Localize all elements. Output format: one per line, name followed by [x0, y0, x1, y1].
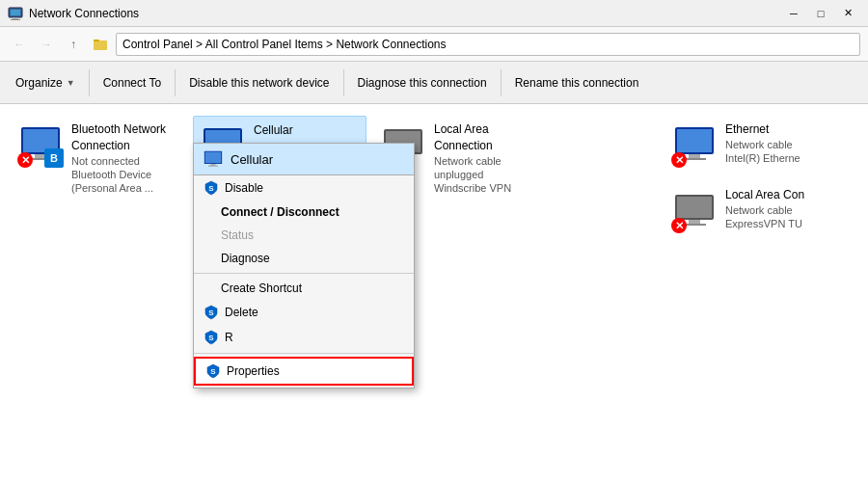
forward-button[interactable]: →: [35, 33, 58, 56]
ctx-delete-label: Delete: [225, 306, 258, 319]
up-button[interactable]: ↑: [62, 33, 85, 56]
address-input[interactable]: [116, 33, 860, 56]
rename-button[interactable]: Rename this connection: [503, 66, 651, 100]
ctx-status-label: Status: [221, 228, 254, 242]
delete-shield-icon: S: [203, 305, 219, 320]
title-bar-icon: [8, 6, 23, 21]
svg-rect-2: [13, 17, 18, 19]
local-area-status-1: Network cable unplugged: [434, 154, 542, 182]
ethernet-error-badge: ✕: [671, 152, 687, 168]
ctx-separator-2: [194, 353, 414, 354]
context-menu-header-text: Cellular: [231, 152, 273, 167]
bluetooth-icon-wrap: ✕ B: [17, 121, 64, 168]
content-area: ✕ B Bluetooth Network Connection Not con…: [0, 104, 868, 482]
main-area: ✕ B Bluetooth Network Connection Not con…: [0, 104, 868, 482]
svg-text:S: S: [210, 367, 216, 376]
disable-shield-icon: S: [203, 180, 219, 196]
svg-rect-20: [689, 154, 700, 158]
cellular-network-name: Cellular: [254, 122, 360, 139]
organize-label: Organize: [15, 76, 63, 90]
maximize-button[interactable]: □: [808, 4, 833, 23]
bluetooth-network-info: Bluetooth Network Connection Not connect…: [71, 121, 179, 195]
ctx-item-properties[interactable]: S Properties: [194, 357, 414, 386]
toolbar-separator-3: [343, 69, 344, 96]
ctx-item-disable[interactable]: S Disable: [194, 175, 414, 201]
disable-device-label: Disable this network device: [189, 76, 329, 90]
local-area-network-name: Local Area Connection: [434, 121, 542, 154]
address-bar: ← → ↑: [0, 27, 868, 62]
folder-icon: [93, 37, 108, 52]
diagnose-button[interactable]: Diagnose this connection: [346, 66, 499, 100]
local-area-network-info: Local Area Connection Network cable unpl…: [434, 121, 542, 195]
title-bar-title: Network Connections: [29, 7, 139, 20]
local-area-2-network-name: Local Area Con: [725, 187, 853, 203]
toolbar-separator-1: [89, 69, 90, 96]
svg-rect-29: [208, 166, 218, 167]
bluetooth-error-badge: ✕: [17, 152, 33, 168]
svg-text:S: S: [208, 184, 214, 193]
local-area-2-status-2: ExpressVPN TU: [725, 217, 853, 230]
ctx-create-shortcut-label: Create Shortcut: [221, 281, 302, 295]
ctx-item-status: Status: [194, 224, 414, 247]
organize-arrow: ▼: [67, 78, 75, 88]
svg-rect-5: [94, 40, 99, 41]
ethernet-network-name: Ethernet: [725, 121, 853, 138]
ethernet-icon-wrap: ✕: [671, 121, 718, 168]
local-area-2-error-badge: ✕: [671, 218, 687, 233]
network-grid: ✕ B Bluetooth Network Connection Not con…: [12, 116, 856, 201]
svg-rect-1: [11, 10, 20, 15]
ctx-item-delete[interactable]: S Delete: [194, 300, 414, 325]
connect-to-button[interactable]: Connect To: [92, 66, 174, 100]
toolbar-separator-2: [175, 69, 176, 96]
ethernet-network-info: Ethernet Network cable Intel(R) Etherne: [725, 121, 853, 165]
ethernet-status-2: Intel(R) Etherne: [725, 151, 853, 165]
ctx-item-create-shortcut[interactable]: Create Shortcut: [194, 277, 414, 300]
rename-shield-icon: S: [203, 330, 219, 345]
ethernet-status-1: Network cable: [725, 138, 853, 151]
ctx-disable-label: Disable: [225, 181, 263, 195]
connect-to-label: Connect To: [103, 76, 162, 90]
ctx-item-rename[interactable]: S R: [194, 325, 414, 350]
disable-device-button[interactable]: Disable this network device: [177, 66, 340, 100]
minimize-button[interactable]: ─: [781, 4, 806, 23]
context-menu-header-icon: [203, 149, 223, 169]
ctx-properties-label: Properties: [227, 364, 280, 378]
rename-label: Rename this connection: [515, 76, 639, 90]
network-item-local-area-2[interactable]: ✕ Local Area Con Network cable ExpressVP…: [665, 181, 858, 239]
svg-rect-19: [677, 129, 712, 152]
svg-rect-28: [211, 164, 216, 166]
ctx-item-connect-disconnect[interactable]: Connect / Disconnect: [194, 201, 414, 224]
toolbar: Organize ▼ Connect To Disable this netwo…: [0, 62, 868, 104]
local-area-status-2: Windscribe VPN: [434, 181, 542, 195]
toolbar-separator-4: [501, 69, 502, 96]
title-bar: Network Connections ─ □ ✕: [0, 0, 868, 27]
bluetooth-overlay: B: [44, 148, 64, 168]
svg-rect-3: [11, 19, 20, 20]
svg-rect-27: [205, 152, 222, 164]
back-button[interactable]: ←: [8, 33, 31, 56]
local-area-2-status-1: Network cable: [725, 203, 853, 217]
ctx-separator-1: [194, 273, 414, 274]
ctx-diagnose-label: Diagnose: [221, 252, 270, 265]
svg-text:S: S: [208, 308, 214, 317]
ctx-item-diagnose[interactable]: Diagnose: [194, 247, 414, 270]
ctx-connect-disconnect-label: Connect / Disconnect: [221, 205, 339, 219]
bluetooth-network-name: Bluetooth Network Connection: [71, 121, 179, 154]
local-area-2-network-info: Local Area Con Network cable ExpressVPN …: [725, 187, 853, 230]
svg-rect-4: [94, 40, 107, 50]
svg-rect-24: [689, 220, 700, 224]
properties-shield-icon: S: [205, 363, 221, 379]
context-menu-header: Cellular: [194, 144, 414, 175]
title-bar-controls: ─ □ ✕: [781, 4, 860, 23]
close-button[interactable]: ✕: [835, 4, 860, 23]
svg-rect-23: [677, 197, 712, 218]
organize-button[interactable]: Organize ▼: [4, 66, 87, 100]
local-area-2-icon-wrap: ✕: [671, 187, 718, 233]
bluetooth-status-1: Not connected: [71, 154, 179, 168]
cellular-network-info: Cellular: [254, 122, 360, 139]
diagnose-label: Diagnose this connection: [358, 76, 487, 90]
svg-text:S: S: [208, 334, 214, 342]
network-item-ethernet[interactable]: ✕ Ethernet Network cable Intel(R) Ethern…: [665, 116, 858, 174]
bluetooth-status-2: Bluetooth Device (Personal Area ...: [71, 168, 179, 196]
network-item-bluetooth[interactable]: ✕ B Bluetooth Network Connection Not con…: [12, 116, 185, 201]
